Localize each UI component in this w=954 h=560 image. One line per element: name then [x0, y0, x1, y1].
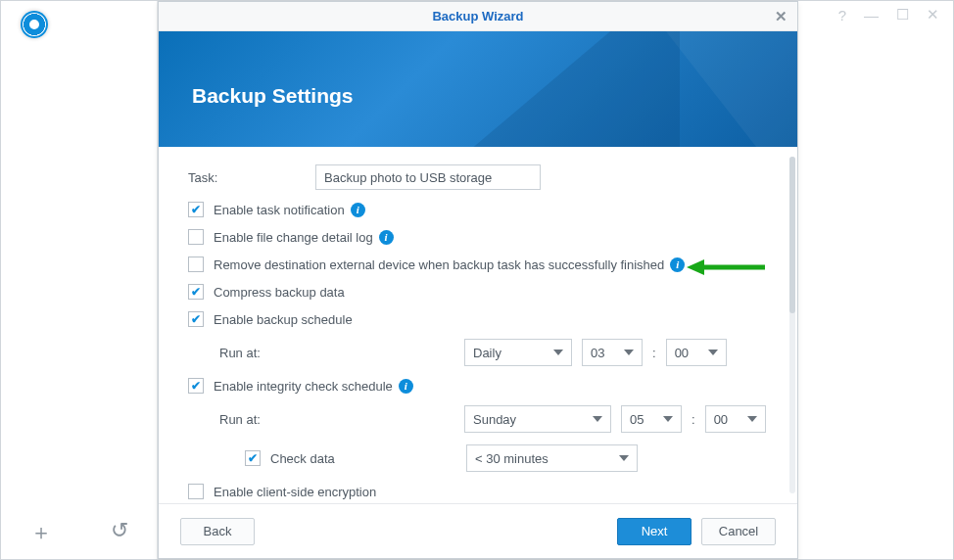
back-button[interactable]: Back	[180, 518, 255, 545]
dialog-titlebar: Backup Wizard ✕	[159, 2, 797, 31]
schedule-label: Enable backup schedule	[214, 312, 353, 327]
chevron-down-icon	[663, 416, 673, 422]
notification-checkbox[interactable]	[188, 202, 204, 217]
dialog-footer: Back Next Cancel	[159, 503, 797, 558]
history-button[interactable]: ↺	[111, 518, 128, 547]
schedule-hour-value: 03	[591, 346, 604, 360]
app-logo-icon[interactable]	[21, 11, 48, 38]
dialog-banner: Backup Settings	[159, 31, 797, 147]
time-colon: :	[692, 412, 695, 427]
integrity-hour-select[interactable]: 05	[621, 405, 682, 433]
integrity-minute-select[interactable]: 00	[705, 405, 766, 433]
schedule-frequency-select[interactable]: Daily	[464, 339, 572, 366]
checkdata-checkbox[interactable]	[245, 450, 261, 466]
checkdata-duration-select[interactable]: < 30 minutes	[466, 444, 638, 472]
integrity-hour-value: 05	[630, 412, 644, 427]
encryption-label: Enable client-side encryption	[214, 485, 376, 499]
backup-wizard-dialog: Backup Wizard ✕ Backup Settings Task: En…	[158, 1, 798, 559]
encryption-checkbox[interactable]	[188, 484, 204, 499]
cancel-button[interactable]: Cancel	[701, 518, 776, 545]
time-colon: :	[652, 346, 656, 360]
chevron-down-icon	[624, 350, 634, 355]
filechange-label: Enable file change detail log	[214, 230, 373, 245]
add-task-button[interactable]: ＋	[30, 518, 52, 547]
integrity-runat-label: Run at:	[219, 412, 464, 427]
scrollbar-thumb[interactable]	[789, 157, 795, 313]
remove-device-label: Remove destination external device when …	[214, 257, 664, 272]
task-name-input[interactable]	[315, 164, 541, 190]
schedule-minute-value: 00	[675, 346, 689, 360]
schedule-hour-select[interactable]: 03	[582, 339, 643, 366]
chevron-down-icon	[708, 350, 718, 355]
schedule-runat-label: Run at:	[219, 346, 464, 360]
dialog-content: Task: Enable task notification i Enable …	[159, 147, 797, 503]
outer-minimize-icon[interactable]: —	[864, 7, 879, 23]
schedule-checkbox[interactable]	[188, 311, 204, 327]
left-rail: ＋ ↺	[1, 1, 158, 559]
dialog-title: Backup Wizard	[432, 9, 523, 23]
info-icon[interactable]: i	[399, 379, 413, 394]
notification-label: Enable task notification	[214, 203, 345, 217]
remove-device-checkbox[interactable]	[188, 257, 204, 272]
chevron-down-icon	[553, 350, 563, 355]
app-window: ? — ☐ ✕ ＋ ↺ Backup Wizard ✕ Backup Setti…	[0, 0, 954, 560]
outer-close-icon[interactable]: ✕	[927, 6, 939, 23]
integrity-minute-value: 00	[714, 412, 728, 427]
schedule-frequency-value: Daily	[473, 346, 501, 360]
outer-window-controls: ? — ☐ ✕	[845, 1, 953, 28]
integrity-checkbox[interactable]	[188, 378, 204, 394]
checkdata-label: Check data	[270, 451, 466, 466]
info-icon[interactable]: i	[351, 203, 365, 217]
task-label: Task:	[188, 170, 315, 185]
compress-checkbox[interactable]	[188, 284, 204, 300]
info-icon[interactable]: i	[379, 230, 394, 245]
chevron-down-icon	[619, 455, 629, 461]
integrity-label: Enable integrity check schedule	[214, 379, 393, 394]
next-button[interactable]: Next	[617, 518, 692, 545]
compress-label: Compress backup data	[214, 285, 345, 300]
integrity-frequency-value: Sunday	[473, 412, 516, 427]
close-icon[interactable]: ✕	[775, 8, 787, 25]
outer-maximize-icon[interactable]: ☐	[896, 6, 909, 23]
checkdata-duration-value: < 30 minutes	[475, 451, 549, 466]
integrity-frequency-select[interactable]: Sunday	[464, 405, 611, 433]
filechange-checkbox[interactable]	[188, 229, 204, 245]
schedule-minute-select[interactable]: 00	[666, 339, 727, 366]
banner-title: Backup Settings	[192, 84, 354, 108]
chevron-down-icon	[593, 416, 602, 422]
chevron-down-icon	[747, 416, 757, 422]
outer-help-icon[interactable]: ?	[838, 7, 846, 23]
info-icon[interactable]: i	[670, 257, 685, 272]
